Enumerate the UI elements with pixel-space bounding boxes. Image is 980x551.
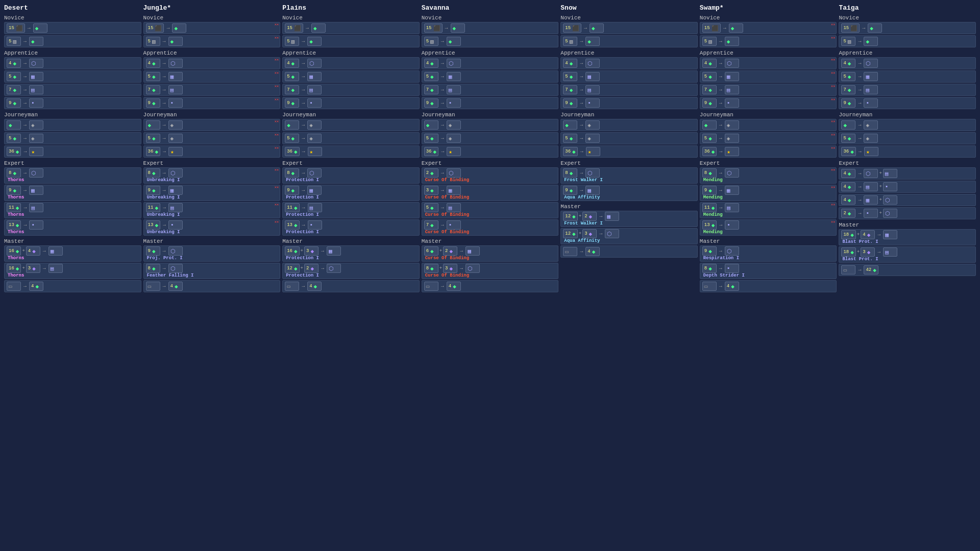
trade-row: 36◆→★ [839,145,976,158]
trade-row: 8◆→⬡Feather Falling I [143,263,281,279]
trade-row: ✕✕5◆→◈ [700,132,837,144]
enchant-label: Thorns [7,273,25,278]
section-title-journeyman: Journeyman [4,112,141,118]
trade-row: 5▧→◆ [422,35,559,47]
trade-row: 16◆+4◆→▦Thorns [4,245,141,262]
trade-row: ✕✕5◆→◈ [143,132,281,144]
trade-row: 36◆→★ [4,145,141,158]
trade-row: 5◆→◈ [4,132,141,144]
enchant-label: Thorns [7,256,25,261]
trade-arrow: → [301,61,306,66]
column-title: Taiga [839,4,976,12]
trade-row: 15⬛→◆ [422,22,559,34]
trade-row: 5▧→◆ [4,35,141,47]
section-title-expert: Expert [282,160,420,166]
trade-arrow: → [876,232,881,238]
trade-row: ✕✕36◆→★ [143,145,281,158]
enchant-label: Mending [702,178,724,183]
trade-arrow: → [579,149,584,155]
trade-arrow: → [440,136,445,141]
trade-row: 5◆→▦ [422,70,559,83]
trade-arrow: → [857,184,862,190]
column-snow: SnowNovice15⬛→◆5▧→◆Apprentice4◆→⬡5◆→▦7◆→… [560,4,698,547]
trade-row: 9◆→⬡Respiration I [700,245,837,262]
enchant-label: Mending [702,212,724,217]
enchant-label: Mending [702,195,724,200]
trade-arrow: → [42,266,47,271]
trade-row: 12◆+2◆→⬡Protection I [282,263,420,279]
main-grid: DesertNovice15⬛→◆5▧→◆Apprentice4◆→⬡5◆→▦7… [0,0,980,551]
trade-row: ✕✕5▧→◆ [143,35,281,47]
trade-row: ✕✕7◆→▤ [143,84,281,96]
trade-row: 5◆→◈ [560,132,698,144]
enchant-label: Curse Of Binding [424,178,470,183]
trade-row: ✕✕15⬛→◆ [143,22,281,34]
section-title-apprentice: Apprentice [4,50,141,56]
trade-row: 18◆+3◆→▤Blast Prot. I [839,246,976,263]
trade-row: 5◆→▤Curse Of Binding [422,202,559,218]
enchant-label: Feather Falling I [146,273,195,278]
trade-arrow: → [857,136,862,141]
enchant-label: Frost Walker I [563,178,604,183]
trade-row: 8◆→⬡Thorns [4,167,141,184]
trade-arrow: → [598,231,603,237]
trade-row: 13◆→▪Protection I [282,219,420,236]
trade-row: 7◆→▪Curse Of Binding [422,219,559,236]
section-title-apprentice: Apprentice [560,50,698,56]
trade-row: 36◆→★ [560,145,698,158]
column-title: Jungle* [143,4,281,12]
column-savanna: SavannaNovice15⬛→◆5▧→◆Apprentice4◆→⬡5◆→▦… [422,4,559,547]
trade-arrow: → [718,39,723,44]
trade-row: 2◆→▪+⬡ [839,207,976,219]
trade-arrow: → [22,122,28,128]
trade-arrow: → [857,74,862,80]
section-title-master: Master [839,222,976,228]
trade-arrow: → [22,136,28,141]
trade-row: 5◆→▦ [839,70,976,83]
section-title-expert: Expert [560,160,698,166]
trade-row: 4◆→⬡ [560,57,698,69]
enchant-label: Thorns [7,195,25,200]
trade-arrow: → [301,39,306,44]
section-title-journeyman: Journeyman [143,112,281,118]
trade-arrow: → [165,26,170,31]
trade-arrow: → [301,205,306,211]
trade-arrow: → [162,248,167,254]
trade-row: ✕✕15⬛→◆ [700,22,837,34]
trade-row: ✕✕11◆→▤Unbreaking I [143,202,281,218]
trade-row: 4◆→▤+▪ [839,181,976,193]
trade-row: 15⬛→◆ [282,22,420,34]
trade-row: 11◆→▤Thorns [4,202,141,218]
section-title-novice: Novice [422,15,559,21]
trade-row: ◆→◈ [839,119,976,131]
trade-arrow: → [718,136,723,141]
trade-arrow: → [440,222,445,228]
section-title-master: Master [560,204,698,210]
trade-row: 9◆→▦Thorns [4,185,141,201]
trade-arrow: → [579,170,584,176]
trade-arrow: → [718,248,723,254]
section-title-expert: Expert [700,160,837,166]
trade-arrow: → [857,101,862,106]
trade-row: ✕✕8◆→⬡Unbreaking I [143,167,281,184]
trade-arrow: → [857,197,862,203]
trade-arrow: → [42,248,47,254]
trade-arrow: → [22,101,28,106]
trade-arrow: → [305,26,310,31]
trade-arrow: → [861,26,866,31]
trade-row: ✕✕5◆→▦ [700,70,837,83]
section-title-expert: Expert [143,160,281,166]
trade-arrow: → [162,170,167,176]
trade-row: 15⬛→◆ [560,22,698,34]
trade-row: ▭→4◆ [700,280,837,292]
trade-arrow: → [440,74,445,80]
trade-row: 5▧→◆ [282,35,420,47]
trade-arrow: → [162,284,167,289]
trade-arrow: → [301,284,306,289]
enchant-label: Respiration I [702,256,740,261]
trade-arrow: → [718,205,723,211]
column-plains: PlainsNovice15⬛→◆5▧→◆Apprentice4◆→⬡5◆→▦7… [282,4,420,547]
trade-arrow: → [857,171,862,177]
trade-arrow: → [162,136,167,141]
trade-row: 9◆→⬡Proj. Prot. I [143,245,281,262]
